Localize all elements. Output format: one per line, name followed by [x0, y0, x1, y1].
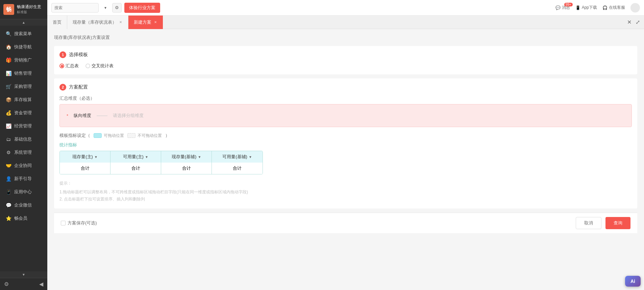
ai-float-button[interactable]: Ai: [625, 276, 641, 287]
col-dropdown-3[interactable]: ▼: [249, 155, 252, 159]
gear-btn[interactable]: ⚙: [112, 3, 122, 13]
industry-btn[interactable]: 体验行业方案: [124, 3, 160, 13]
mobile-icon: 📱: [575, 5, 580, 10]
tips-item-1: 2. 点击标题栏下拉可设置排序、插入列和删除列: [59, 196, 632, 203]
home-icon: 🏠: [5, 44, 11, 50]
operations-icon: 📈: [5, 123, 11, 129]
page-title: 现存量(库存状况表)方案设置: [54, 34, 637, 41]
user-avatar-btn[interactable]: [630, 3, 640, 13]
col-header-label-3: 可用量(基辅): [222, 154, 247, 160]
sidebar-item-label: 采购管理: [14, 83, 32, 90]
dimension-label: 纵向维度: [74, 113, 91, 119]
non-draggable-legend-box: [127, 133, 135, 138]
folder-icon: 🗂: [5, 137, 11, 142]
tab-inventory[interactable]: 现存量（库存状况表） ✕: [67, 16, 128, 29]
draggable-legend-box: [94, 133, 102, 138]
tips-area: 提示： 1.拖动标题栏可以调整布局，不可跨维度或指标区域拖动栏目字段(只能在同一…: [59, 180, 632, 203]
stats-col-header-1: 可用量(主) ▼: [110, 151, 161, 163]
legend-non-draggable-label: 不可拖动位置: [138, 133, 162, 139]
legend-non-draggable: 不可拖动位置: [127, 133, 162, 139]
cart-icon: 🛒: [5, 84, 11, 89]
app-download-btn[interactable]: 📱 App下载: [575, 5, 597, 10]
legend-draggable-label: 可拖动位置: [104, 133, 124, 139]
step1-header: 1 选择模板: [59, 51, 632, 58]
tab-inventory-label: 现存量（库存状况表）: [73, 19, 117, 25]
tab-new-scheme-close[interactable]: ✕: [153, 20, 157, 25]
message-btn[interactable]: 💬 消息 99+: [555, 5, 570, 10]
topbar-right: 💬 消息 99+ 📱 App下载 🎧 在线客服: [555, 3, 640, 13]
headset-icon: 🎧: [602, 5, 608, 10]
col-dropdown-2[interactable]: ▼: [198, 155, 201, 159]
template-radio-group: 汇总表 交叉统计表: [59, 63, 632, 69]
stats-col-body-0: 合计: [60, 163, 110, 174]
handshake-icon: 🤝: [5, 163, 11, 168]
sidebar-item-purchase[interactable]: 🛒 采购管理: [1, 80, 46, 93]
message-badge: 99+: [564, 3, 573, 6]
sidebar-item-search[interactable]: 🔍 搜索菜单: [1, 27, 46, 40]
tips-item-0: 1.拖动标题栏可以调整布局，不可跨维度或指标区域拖动栏目字段(只能在同一维度或指…: [59, 189, 632, 196]
sidebar-scroll-down[interactable]: ▼: [0, 271, 47, 278]
sidebar-item-operations[interactable]: 📈 经营管理: [1, 120, 46, 132]
col-header-label-2: 现存量(基辅): [172, 154, 197, 160]
action-btns: 取消 查询: [576, 217, 630, 229]
sidebar-item-label: 销售管理: [14, 70, 32, 76]
sidebar-item-quicknav[interactable]: 🏠 快捷导航: [1, 41, 46, 53]
col-dropdown-1[interactable]: ▼: [145, 155, 148, 159]
sidebar-item-label: 经营管理: [14, 123, 32, 129]
tab-inventory-close[interactable]: ✕: [119, 20, 123, 25]
search-input[interactable]: [51, 3, 99, 13]
sidebar-item-membership[interactable]: ⭐ 畅会员: [1, 212, 46, 225]
sidebar-item-label: 系统管理: [14, 149, 32, 155]
tab-new-scheme[interactable]: 新建方案 ✕: [128, 16, 163, 29]
sidebar-item-label: 畅会员: [14, 215, 27, 221]
sidebar-footer: ⚙ ◀: [0, 278, 47, 290]
sidebar-item-sales[interactable]: 📊 销售管理: [1, 67, 46, 80]
app-name: 畅康通好生意 标准版: [17, 4, 41, 15]
save-checkbox[interactable]: [61, 221, 66, 225]
dimension-area: * 纵向维度 —— 请选择分组维度: [59, 104, 632, 127]
chart-icon: 📊: [5, 71, 11, 76]
tabs-bar: 首页 现存量（库存状况表） ✕ 新建方案 ✕ ✕ ⤢: [47, 16, 644, 29]
collapse-icon[interactable]: ◀: [39, 281, 43, 287]
step2-header: 2 方案配置: [59, 84, 632, 91]
sidebar-item-basic[interactable]: 🗂 基础信息: [1, 133, 46, 146]
save-option[interactable]: 方案保存(可选): [61, 220, 97, 226]
stats-table-header: 现存量(主) ▼ 可用量(主) ▼ 现存量(基辅) ▼ 可用量(基辅) ▼: [60, 151, 263, 163]
sidebar-item-corp[interactable]: 🤝 企业协同: [1, 159, 46, 172]
bottom-bar: 方案保存(可选) 取消 查询: [54, 213, 637, 233]
online-service-btn[interactable]: 🎧 在线客服: [602, 5, 625, 10]
sidebar-item-marketing[interactable]: 🎁 营销推广: [1, 54, 46, 67]
stats-col-body-1: 合计: [110, 163, 161, 174]
wechat-icon: 💬: [5, 202, 11, 208]
main-area: ▾ ⚙ 体验行业方案 💬 消息 99+ 📱 App下载 🎧 在线客服 首: [47, 0, 644, 290]
close-tab-btn[interactable]: ✕: [626, 18, 633, 27]
query-button[interactable]: 查询: [605, 217, 630, 229]
step1-num: 1: [59, 51, 66, 58]
tips-title: 提示：: [59, 180, 632, 187]
sidebar-item-wechat[interactable]: 💬 企业微信: [1, 199, 46, 212]
sidebar-nav: 🔍 搜索菜单 🏠 快捷导航 🎁 营销推广 📊 销售管理 🛒 采购管理 📦 库存核…: [0, 26, 47, 271]
sidebar-item-newbie[interactable]: 👤 新手引导: [1, 172, 46, 185]
dimension-dash: ——: [97, 113, 107, 119]
sidebar-item-inventory[interactable]: 📦 库存核算: [1, 93, 46, 106]
sidebar-scroll-up[interactable]: ▲: [0, 19, 47, 26]
radio-summary[interactable]: 汇总表: [59, 63, 79, 69]
sidebar-item-apps[interactable]: 📱 应用中心: [1, 186, 46, 198]
sidebar-item-label: 快捷导航: [14, 44, 32, 50]
sidebar-item-finance[interactable]: 💰 资金管理: [1, 106, 46, 119]
col-dropdown-0[interactable]: ▼: [94, 155, 98, 159]
box-icon: 📦: [5, 97, 11, 102]
system-icon: ⚙: [5, 150, 11, 155]
tab-home[interactable]: 首页: [47, 16, 67, 29]
indicator-label: 模板指标设定（ 可拖动位置 不可拖动位置 ）: [59, 132, 632, 139]
sidebar-item-label: 库存核算: [14, 97, 32, 103]
settings-icon[interactable]: ⚙: [4, 281, 9, 287]
search-dropdown-btn[interactable]: ▾: [101, 4, 109, 12]
sidebar-item-system[interactable]: ⚙ 系统管理: [1, 146, 46, 159]
sidebar-logo: 畅 畅康通好生意 标准版: [0, 0, 47, 19]
dimension-placeholder[interactable]: 请选择分组维度: [113, 113, 144, 119]
sidebar: 畅 畅康通好生意 标准版 ▲ 🔍 搜索菜单 🏠 快捷导航 🎁 营销推广 📊 销售…: [0, 0, 47, 290]
radio-cross[interactable]: 交叉统计表: [85, 63, 114, 69]
expand-tab-btn[interactable]: ⤢: [634, 18, 641, 27]
cancel-button[interactable]: 取消: [576, 217, 601, 229]
